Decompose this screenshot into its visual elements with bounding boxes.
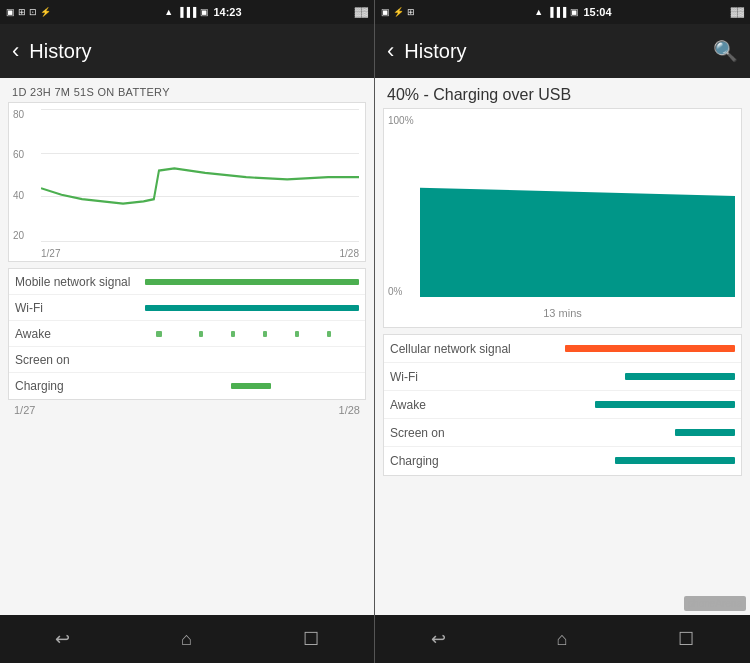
left-recents-nav-icon[interactable]: ☐ [303,628,319,650]
bottom-date-1/27: 1/27 [14,404,35,416]
right-wifi-icon: ▲ [534,7,543,17]
left-usb-icon: ⚡ [40,7,51,17]
right-recents-nav-icon[interactable]: ☐ [678,628,694,650]
x-label-1/27: 1/27 [41,248,60,259]
right-signal-section: Cellular network signal Wi-Fi Awake Scre… [383,334,742,476]
awake-bar-4 [263,331,267,337]
wifi-signal-label: Wi-Fi [15,301,145,315]
awake-bar-2 [199,331,203,337]
left-content: 1D 23H 7M 51S ON BATTERY 80 60 40 20 1/2… [0,78,374,615]
awake-bar-3 [231,331,235,337]
left-nav-bar: ↩ ⌂ ☐ [0,615,374,663]
charging-title: 40% - Charging over USB [375,78,750,108]
right-charging-label: Charging [390,454,535,468]
right-x-label: 13 mins [543,307,582,319]
y-label-20: 20 [13,230,24,241]
right-cellular-row: Cellular network signal [384,335,741,363]
screen-on-row: Screen on [9,347,365,373]
awake-bar-5 [295,331,299,337]
left-status-bar: ▣ ⊞ ⊡ ⚡ ▲ ▐▐▐ ▣ 14:23 ▓▓ [0,0,374,24]
charging-bar [231,383,271,389]
right-wifi-row: Wi-Fi [384,363,741,391]
right-status-bar: ▣ ⚡ ⊞ ▲ ▐▐▐ ▣ 15:04 ▓▓ [375,0,750,24]
right-awake-label: Awake [390,398,535,412]
left-x-labels: 1/27 1/28 [41,248,359,259]
right-screen-bar-container [535,429,735,437]
left-signal-section: Mobile network signal Wi-Fi Awake [8,268,366,400]
right-chart-svg [420,115,735,297]
screen-on-bar-container [145,356,359,364]
right-charging-bar-container [535,457,735,465]
y-label-80: 80 [13,109,24,120]
right-screen-row: Screen on [384,419,741,447]
svg-marker-0 [420,188,735,297]
charging-label: Charging [15,379,145,393]
left-status-icons: ▣ ⊞ ⊡ ⚡ [6,7,51,17]
right-screen-label: Screen on [390,426,535,440]
left-back-button[interactable]: ‹ [12,40,19,62]
bottom-date-labels: 1/27 1/28 [0,400,374,416]
battery-duration-label: 1D 23H 7M 51S ON BATTERY [0,78,374,102]
grid-line-4 [41,241,359,242]
right-cellular-bar [565,345,735,352]
right-awake-row: Awake [384,391,741,419]
mobile-signal-row: Mobile network signal [9,269,365,295]
right-status-icon-1: ▣ [381,7,390,17]
right-battery-icon: ▓▓ [731,7,744,17]
left-signal-bars: ▐▐▐ [177,7,196,17]
right-charging-bar [615,457,735,464]
wifi-signal-bar [145,305,359,311]
right-status-right: ▓▓ [731,7,744,17]
right-battery-chart: 100% 0% 13 mins [383,108,742,328]
right-search-button[interactable]: 🔍 [713,39,738,63]
right-time: 15:04 [583,6,611,18]
left-y-labels: 80 60 40 20 [13,109,24,241]
watermark: phoneArena [684,596,747,611]
mobile-signal-bar-container [145,278,359,286]
right-panel: ▣ ⚡ ⊞ ▲ ▐▐▐ ▣ 15:04 ▓▓ ‹ History 🔍 40% -… [375,0,750,663]
right-nav-bar: ↩ ⌂ ☐ [375,615,750,663]
left-time: 14:23 [213,6,241,18]
left-panel: ▣ ⊞ ⊡ ⚡ ▲ ▐▐▐ ▣ 14:23 ▓▓ ‹ History 1D 23… [0,0,375,663]
right-content: 40% - Charging over USB 100% 0% 13 mins … [375,78,750,615]
wifi-signal-row: Wi-Fi [9,295,365,321]
right-sim-icon: ▣ [570,7,579,17]
right-cellular-label: Cellular network signal [390,342,535,356]
left-toolbar: ‹ History [0,24,374,78]
left-status-icon-2: ⊞ [18,7,26,17]
right-wifi-bar [625,373,735,380]
y-label-60: 60 [13,149,24,160]
left-status-icon-1: ▣ [6,7,15,17]
left-battery-chart: 80 60 40 20 1/27 1/28 [8,102,366,262]
right-back-button[interactable]: ‹ [387,40,394,62]
left-wifi-icon: ▲ [164,7,173,17]
battery-line-svg [41,109,359,241]
y-label-40: 40 [13,190,24,201]
screen-on-label: Screen on [15,353,145,367]
charging-row: Charging [9,373,365,399]
right-toolbar-title: History [404,40,703,63]
left-home-nav-icon[interactable]: ⌂ [181,629,192,650]
awake-signal-label: Awake [15,327,145,341]
mobile-signal-bar [145,279,359,285]
right-awake-bar [595,401,735,408]
charging-bar-container [145,382,359,390]
left-back-nav-icon[interactable]: ↩ [55,628,70,650]
right-cellular-bar-container [535,345,735,353]
right-wifi-label: Wi-Fi [390,370,535,384]
x-label-1/28: 1/28 [340,248,359,259]
awake-bar-container [145,330,359,338]
left-status-icon-3: ⊡ [29,7,37,17]
right-y-labels: 100% 0% [388,115,414,297]
right-screen-bar [675,429,735,436]
right-wifi-bar-container [535,373,735,381]
wifi-signal-bar-container [145,304,359,312]
bottom-date-1/28: 1/28 [339,404,360,416]
left-toolbar-title: History [29,40,362,63]
left-sim-icon: ▣ [200,7,209,17]
right-status-icon-2: ⊞ [407,7,415,17]
awake-bar-1 [156,331,162,337]
right-back-nav-icon[interactable]: ↩ [431,628,446,650]
left-status-right: ▓▓ [355,7,368,17]
right-home-nav-icon[interactable]: ⌂ [557,629,568,650]
